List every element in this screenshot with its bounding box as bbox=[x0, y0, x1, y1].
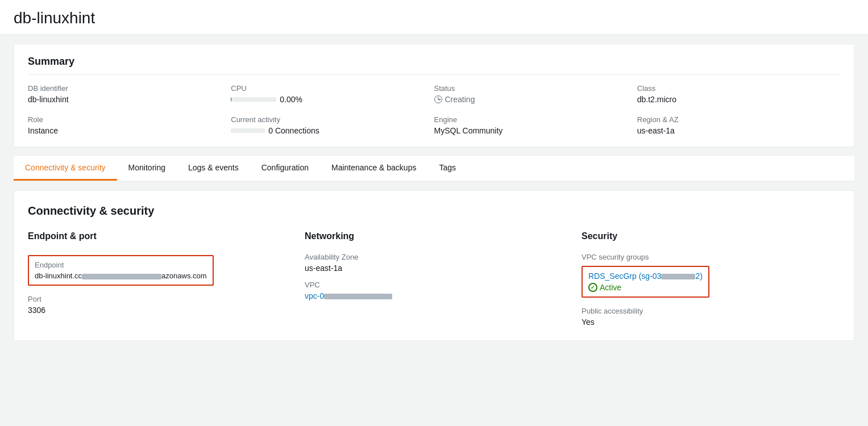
connectivity-security-section: Connectivity & security Endpoint & port … bbox=[14, 190, 854, 341]
summary-status: Status Creating bbox=[434, 84, 637, 104]
tab-configuration[interactable]: Configuration bbox=[250, 156, 320, 181]
vpc-value: vpc-0 bbox=[305, 291, 563, 300]
public-accessibility-value: Yes bbox=[582, 318, 840, 327]
networking-col: Networking Availability Zone us-east-1a … bbox=[305, 231, 563, 327]
az-value: us-east-1a bbox=[305, 264, 563, 273]
cpu-value: 0.00% bbox=[280, 95, 302, 104]
check-circle-icon bbox=[588, 283, 597, 292]
tabs-list: Connectivity & security Monitoring Logs … bbox=[14, 156, 854, 181]
region-value: us-east-1a bbox=[637, 126, 840, 135]
summary-db-identifier: DB identifier db-linuxhint bbox=[28, 84, 231, 104]
security-group-box: RDS_SecGrp (sg-032) Active bbox=[582, 266, 709, 298]
engine-value: MySQL Community bbox=[434, 126, 637, 135]
security-col: Security VPC security groups RDS_SecGrp … bbox=[582, 231, 840, 327]
endpoint-box: Endpoint db-linuxhint.ccazonaws.com bbox=[28, 255, 214, 286]
page-title: db-linuxhint bbox=[14, 9, 854, 27]
summary-region: Region & AZ us-east-1a bbox=[637, 115, 840, 135]
db-identifier-value: db-linuxhint bbox=[28, 95, 231, 104]
networking-title: Networking bbox=[305, 231, 563, 241]
sg-link-text: RDS_SecGrp (sg-03 bbox=[588, 272, 661, 281]
vpc-link[interactable]: vpc-0 bbox=[305, 291, 392, 300]
public-accessibility-label: Public accessibility bbox=[582, 307, 840, 315]
tab-logs-events[interactable]: Logs & events bbox=[177, 156, 250, 181]
port-value: 3306 bbox=[28, 306, 286, 315]
summary-section: Summary DB identifier db-linuxhint CPU 0… bbox=[14, 44, 854, 147]
sg-blurred bbox=[661, 274, 695, 279]
active-status: Active bbox=[588, 283, 703, 292]
tab-connectivity-security[interactable]: Connectivity & security bbox=[14, 156, 117, 181]
content-grid: Endpoint & port Endpoint db-linuxhint.cc… bbox=[28, 231, 840, 327]
endpoint-suffix: azonaws.com bbox=[161, 272, 206, 280]
class-label: Class bbox=[637, 84, 840, 93]
tab-monitoring[interactable]: Monitoring bbox=[117, 156, 177, 181]
summary-title: Summary bbox=[28, 56, 840, 75]
connections-bar-container: 0 Connections bbox=[231, 126, 434, 135]
current-activity-label: Current activity bbox=[231, 115, 434, 124]
summary-class: Class db.t2.micro bbox=[637, 84, 840, 104]
sg-status-text: Active bbox=[600, 283, 621, 292]
az-label: Availability Zone bbox=[305, 253, 563, 261]
cpu-bar-container: 0.00% bbox=[231, 95, 434, 104]
vpc-label: VPC bbox=[305, 281, 563, 289]
endpoint-port-col: Endpoint & port Endpoint db-linuxhint.cc… bbox=[28, 231, 286, 327]
endpoint-value: db-linuxhint.ccazonaws.com bbox=[35, 272, 207, 280]
status-value: Creating bbox=[434, 95, 637, 104]
region-label: Region & AZ bbox=[637, 115, 840, 124]
connectivity-security-title: Connectivity & security bbox=[28, 204, 840, 218]
endpoint-port-title: Endpoint & port bbox=[28, 231, 286, 241]
endpoint-blurred bbox=[82, 274, 161, 279]
tab-tags[interactable]: Tags bbox=[427, 156, 467, 181]
cpu-bar-fill bbox=[231, 97, 231, 102]
port-label: Port bbox=[28, 295, 286, 303]
role-value: Instance bbox=[28, 126, 231, 135]
summary-cpu: CPU 0.00% bbox=[231, 84, 434, 104]
status-label: Status bbox=[434, 84, 637, 93]
clock-icon bbox=[434, 95, 442, 103]
connections-value: 0 Connections bbox=[268, 126, 319, 135]
engine-label: Engine bbox=[434, 115, 637, 124]
role-label: Role bbox=[28, 115, 231, 124]
summary-engine: Engine MySQL Community bbox=[434, 115, 637, 135]
class-value: db.t2.micro bbox=[637, 95, 840, 104]
connections-bar bbox=[231, 128, 265, 133]
cpu-bar bbox=[231, 97, 276, 102]
summary-role: Role Instance bbox=[28, 115, 231, 135]
endpoint-text: db-linuxhint.cc bbox=[35, 272, 82, 280]
vpc-blurred bbox=[324, 294, 392, 299]
vpc-sg-label: VPC security groups bbox=[582, 253, 840, 261]
security-group-link[interactable]: RDS_SecGrp (sg-032) bbox=[588, 272, 703, 281]
security-title: Security bbox=[582, 231, 840, 241]
sg-suffix: 2) bbox=[695, 272, 702, 281]
summary-grid: DB identifier db-linuxhint CPU 0.00% Sta… bbox=[28, 84, 840, 135]
cpu-label: CPU bbox=[231, 84, 434, 93]
endpoint-label: Endpoint bbox=[35, 261, 207, 269]
vpc-link-text: vpc-0 bbox=[305, 291, 324, 300]
tabs-container: Connectivity & security Monitoring Logs … bbox=[14, 156, 854, 181]
status-text: Creating bbox=[445, 95, 475, 104]
tab-maintenance-backups[interactable]: Maintenance & backups bbox=[320, 156, 427, 181]
summary-current-activity: Current activity 0 Connections bbox=[231, 115, 434, 135]
page-header: db-linuxhint bbox=[0, 0, 868, 35]
db-identifier-label: DB identifier bbox=[28, 84, 231, 93]
